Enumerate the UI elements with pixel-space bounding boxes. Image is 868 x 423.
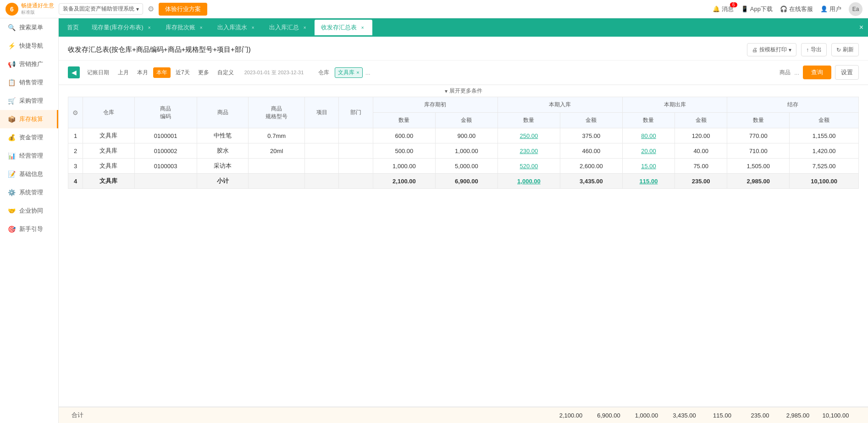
cell-code: 0100001 [134,128,197,143]
tab-close-inout-summary[interactable]: × [302,24,308,31]
tab-batch[interactable]: 库存批次账 × [159,20,211,35]
date-btn-more[interactable]: 更多 [195,67,212,78]
goods-more-btn[interactable]: ... [794,69,799,76]
trial-button[interactable]: 体验行业方案 [159,3,207,16]
print-btn[interactable]: 🖨 按模板打印 ▾ [747,43,796,56]
sidebar-item-guide[interactable]: 🎯 新手引导 [0,220,58,238]
query-button[interactable]: 查询 [803,66,831,79]
cell-dept [339,159,373,174]
cell-in-qty[interactable]: 230.00 [498,143,560,159]
sidebar-item-marketing[interactable]: 📢 营销推广 [0,55,58,73]
cell-out-qty-link[interactable]: 15.00 [641,163,656,170]
data-table: ⚙ 仓库 商品编码 商品 商品规格型号 项目 部门 库存期初 本期入库 本期出 [68,97,859,189]
tab-inout-flow[interactable]: 出入库流水 × [211,20,263,35]
tab-close-stock-dist[interactable]: × [146,24,153,31]
system-icon: ⚙️ [7,189,16,196]
tab-close-batch[interactable]: × [198,24,205,31]
search-icon: 🔍 [7,24,16,31]
settings-button[interactable]: 设置 [835,65,859,80]
refresh-btn[interactable]: ↻ 刷新 [831,43,859,56]
filter-right: 商品 ... 查询 设置 [780,65,859,80]
cell-in-amt: 3,435.00 [560,174,622,189]
online-service-btn[interactable]: 🎧 在线客服 [780,5,813,13]
system-selector[interactable]: 装备及固定资产辅助管理系统 ▾ [59,3,143,15]
cell-goods: 胶水 [197,143,249,159]
date-btn-custom[interactable]: 自定义 [214,67,237,78]
tab-close-receive-summary[interactable]: × [359,24,366,31]
sidebar-item-quick[interactable]: ⚡ 快捷导航 [0,37,58,55]
date-btn-last-month[interactable]: 上月 [115,67,132,78]
cell-dept [339,143,373,159]
cell-close-qty: 1,505.00 [727,159,790,174]
table-row: 1文具库0100001中性笔0.7mm600.00900.00250.00375… [68,128,859,143]
filter-expand-btn[interactable]: ◀ [68,66,80,78]
cell-in-qty-link[interactable]: 250.00 [520,132,538,139]
sidebar-item-purchase[interactable]: 🛒 采购管理 [0,92,58,110]
col-header-goods: 商品 [197,97,249,128]
cell-spec [249,174,305,189]
tab-bar: 首页 现存量(库存分布表) × 库存批次账 × 出入库流水 × 出入库汇总 × [59,18,868,37]
tab-close-inout-flow[interactable]: × [250,24,256,31]
cell-in-qty[interactable]: 1,000.00 [498,174,560,189]
tab-receive-summary[interactable]: 收发存汇总表 × [315,20,372,35]
export-btn[interactable]: ↑ 导出 [801,43,827,56]
logo-area: 6 畅捷通好生意 标准版 [6,2,54,16]
cell-open-qty: 600.00 [373,128,435,143]
cell-open-qty: 500.00 [373,143,435,159]
warehouse-tag-group: 文具库 × ... [335,67,370,78]
cell-in-qty-link[interactable]: 520.00 [520,163,538,170]
chevron-down-expand-icon: ▾ [445,88,448,94]
cell-out-qty-link[interactable]: 115.00 [640,178,658,185]
cell-open-qty: 2,100.00 [373,174,435,189]
inventory-icon: 📦 [7,115,16,123]
sidebar-item-sales[interactable]: 📋 销售管理 [0,73,58,92]
settings-icon[interactable]: ⚙ [148,5,154,13]
sidebar-item-enterprise[interactable]: 🤝 企业协同 [0,202,58,220]
tab-stock-dist[interactable]: 现存量(库存分布表) × [85,20,159,35]
col-out-amt: 金额 [675,113,727,128]
tab-inout-summary[interactable]: 出入库汇总 × [263,20,315,35]
sales-icon: 📋 [7,79,16,86]
warehouse-more-btn[interactable]: ... [365,69,370,76]
expand-more-conditions-btn[interactable]: ▾ 展开更多条件 [59,85,868,97]
cell-close-amt: 1,420.00 [790,143,859,159]
sidebar-item-system[interactable]: ⚙️ 系统管理 [0,183,58,202]
cell-out-amt: 235.00 [675,174,727,189]
cell-out-qty[interactable]: 115.00 [622,174,674,189]
sidebar-item-operations[interactable]: 📊 经营管理 [0,147,58,165]
user-avatar[interactable]: Ea [849,2,862,16]
cell-out-qty[interactable]: 20.00 [622,143,674,159]
date-btn-this-year[interactable]: 本年 [153,67,171,78]
message-btn[interactable]: 🔔 消息 6 [713,5,734,13]
cell-in-qty[interactable]: 520.00 [498,159,560,174]
cell-out-qty[interactable]: 80.00 [622,128,674,143]
table-gear-btn[interactable]: ⚙ [72,109,78,116]
sidebar-item-inventory[interactable]: 📦 库存核算 [0,110,58,128]
cell-spec: 0.7mm [249,128,305,143]
col-header-closing: 结存 [727,97,859,113]
warehouse-tag-remove-btn[interactable]: × [356,70,359,75]
sidebar-label-system: 系统管理 [19,188,43,197]
app-download-btn[interactable]: 📱 App下载 [741,5,773,13]
cell-warehouse: 文具库 [83,159,135,174]
col-header-opening: 库存期初 [373,97,498,113]
date-btn-this-month[interactable]: 本月 [134,67,151,78]
cell-out-qty-link[interactable]: 80.00 [641,132,656,139]
cell-code [134,174,197,189]
cell-in-qty-link[interactable]: 230.00 [520,148,538,154]
cell-out-qty[interactable]: 15.00 [622,159,674,174]
sidebar-item-base-info[interactable]: 📝 基础信息 [0,165,58,183]
cell-out-qty-link[interactable]: 20.00 [641,148,656,154]
headset-icon: 🎧 [780,5,787,12]
sidebar-item-finance[interactable]: 💰 资金管理 [0,128,58,147]
cell-in-qty[interactable]: 250.00 [498,128,560,143]
close-all-tabs-btn[interactable]: × [857,23,866,32]
enterprise-icon: 🤝 [7,207,16,214]
sidebar-item-search[interactable]: 🔍 搜索菜单 [0,18,58,37]
sidebar-label-marketing: 营销推广 [19,60,43,68]
user-btn[interactable]: 👤 用户 [820,5,841,13]
tab-home[interactable]: 首页 [61,20,85,35]
cell-in-qty-link[interactable]: 1,000.00 [517,178,541,185]
date-btn-7days[interactable]: 近7天 [172,67,193,78]
footer-in-amt: 3,435.00 [665,412,704,419]
